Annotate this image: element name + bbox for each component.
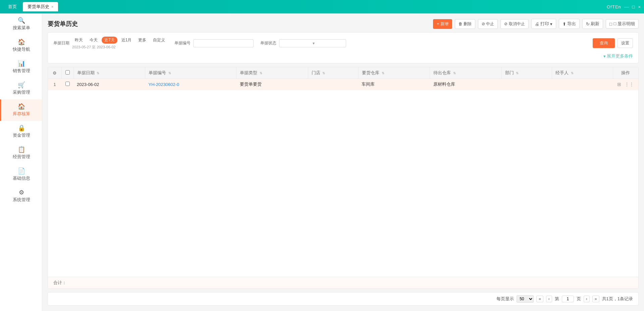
th-req-warehouse[interactable]: 要货仓库 ⇅ (358, 67, 430, 79)
expand-label: 展开更多条件 (607, 53, 633, 59)
top-bar-right: OfTEn — □ × (607, 4, 641, 9)
doc-num-input[interactable] (193, 39, 254, 47)
refresh-button[interactable]: ↻ 刷新 (582, 19, 603, 29)
tab-close-icon[interactable]: × (51, 5, 53, 9)
export-icon: ⬆ (562, 21, 566, 27)
status-select[interactable]: ▾ (279, 39, 346, 47)
sort-store-icon: ⇅ (322, 71, 325, 75)
new-button[interactable]: + 新增 (433, 19, 452, 29)
th-settings[interactable]: ⚙ (48, 67, 61, 79)
delete-button[interactable]: 🗑 删除 (455, 19, 475, 29)
sidebar-item-operations-label: 经营管理 (13, 154, 30, 160)
show-detail-checkbox: □ (609, 21, 612, 27)
stop-button[interactable]: ⊘ 中止 (478, 19, 498, 29)
sort-date-icon: ⇅ (97, 71, 99, 75)
print-button[interactable]: 🖨 打印 ▾ (531, 19, 556, 29)
sidebar-item-purchase[interactable]: 🛒 采购管理 (0, 78, 42, 99)
th-pending-warehouse[interactable]: 待出仓库 ⇅ (430, 67, 501, 79)
content-area: 要货单历史 + 新增 🗑 删除 ⊘ 中止 ⊘ 取消中止 🖨 打印 ▾ ⬆ 导出 … (42, 13, 644, 311)
status-filter-group: 单据状态 ▾ (260, 39, 346, 47)
search-icon: 🔍 (18, 17, 25, 24)
sidebar-item-finance-label: 资金管理 (13, 132, 30, 138)
th-store-label: 门店 (312, 70, 320, 75)
first-page-button[interactable]: « (536, 296, 543, 302)
th-date[interactable]: 单据日期 ⇅ (73, 67, 145, 79)
page-suffix: 页 (577, 296, 581, 302)
date-filter-label: 单据日期 (53, 40, 69, 46)
date-filter-group: 单据日期 昨天 今天 近7天 近1月 更多 自定义 2023-05-27 至 2… (53, 37, 168, 50)
next-page-button[interactable]: › (584, 296, 590, 302)
doc-num-filter-group: 单据编号 (174, 39, 254, 47)
top-bar: 首页 要货单历史 × OfTEn — □ × (0, 0, 644, 13)
prev-page-button[interactable]: ‹ (546, 296, 552, 302)
date-pill-more[interactable]: 更多 (136, 37, 149, 44)
td-type: 要货单要货 (236, 79, 308, 90)
expand-icon: ▾ (603, 54, 606, 59)
date-pill-today[interactable]: 今天 (87, 37, 100, 44)
page-label: 第 (555, 296, 559, 302)
sidebar-item-sales[interactable]: 📊 销售管理 (0, 56, 42, 78)
doc-num-label: 单据编号 (174, 40, 191, 46)
settings-icon: ⚙ (53, 71, 57, 76)
row-edit-icon[interactable]: ⊞ (617, 82, 621, 87)
window-minimize[interactable]: — (625, 4, 629, 9)
date-pills: 昨天 今天 近7天 近1月 更多 自定义 (72, 37, 168, 44)
sidebar: 🔍 搜索菜单 🏠 快捷导航 📊 销售管理 🛒 采购管理 🏠 库存核算 🔒 资金管… (0, 13, 42, 311)
settings-button[interactable]: 设置 (618, 38, 633, 48)
td-idx: 1 (48, 79, 61, 90)
status-label: 单据状态 (260, 40, 276, 46)
sidebar-item-operations[interactable]: 📋 经营管理 (0, 142, 42, 164)
date-pill-yesterday[interactable]: 昨天 (72, 37, 86, 44)
query-button[interactable]: 查询 (593, 38, 615, 48)
sidebar-item-basic-label: 基础信息 (13, 175, 30, 181)
sort-pending-warehouse-icon: ⇅ (453, 71, 456, 75)
last-page-button[interactable]: » (592, 296, 599, 302)
sales-icon: 📊 (18, 60, 25, 66)
row-checkbox[interactable] (65, 82, 70, 86)
per-page-label: 每页显示 (496, 296, 514, 302)
sort-handler-icon: ⇅ (571, 71, 574, 75)
sidebar-item-purchase-label: 采购管理 (13, 89, 30, 95)
cancel-stop-button[interactable]: ⊘ 取消中止 (500, 19, 528, 29)
sidebar-item-search[interactable]: 🔍 搜索菜单 (0, 13, 42, 35)
select-all-checkbox[interactable] (65, 70, 70, 75)
td-check[interactable] (61, 79, 73, 90)
th-store[interactable]: 门店 ⇅ (308, 67, 358, 79)
th-dept[interactable]: 部门 ⇅ (501, 67, 552, 79)
tab-active-label: 要货单历史 (28, 4, 49, 10)
th-num[interactable]: 单据编号 ⇅ (145, 67, 236, 79)
td-handler (552, 79, 613, 90)
row-more-icon[interactable]: ⋮⋮ (625, 82, 634, 87)
date-pill-1month[interactable]: 近1月 (119, 37, 135, 44)
purchase-icon: 🛒 (18, 82, 25, 88)
sidebar-item-inventory[interactable]: 🏠 库存核算 (0, 99, 42, 121)
th-dept-label: 部门 (505, 70, 514, 75)
td-ops: ⊞ ⋮⋮ (613, 79, 638, 90)
date-range-text: 2023-05-27 至 2023-06-02 (72, 45, 168, 50)
sidebar-item-system-label: 系统管理 (13, 197, 30, 203)
th-ops-label: 操作 (621, 70, 630, 75)
sidebar-item-search-label: 搜索菜单 (13, 25, 30, 31)
sidebar-item-finance[interactable]: 🔒 资金管理 (0, 121, 42, 142)
tab-home[interactable]: 首页 (3, 2, 21, 11)
th-handler[interactable]: 经手人 ⇅ (552, 67, 613, 79)
th-type[interactable]: 单据类型 ⇅ (236, 67, 308, 79)
date-pill-7days[interactable]: 近7天 (102, 37, 117, 44)
th-check[interactable] (61, 67, 73, 79)
sidebar-item-basic[interactable]: 📄 基础信息 (0, 164, 42, 185)
show-detail-button[interactable]: □ □ 显示明细 (606, 19, 639, 29)
date-pill-custom[interactable]: 自定义 (150, 37, 168, 44)
sidebar-item-quick[interactable]: 🏠 快捷导航 (0, 35, 42, 56)
export-button[interactable]: ⬆ 导出 (559, 19, 580, 29)
total-info: 共1页，1条记录 (602, 296, 633, 302)
td-req-warehouse: 车间库 (358, 79, 430, 90)
expand-conditions-button[interactable]: ▾ 展开更多条件 (603, 53, 633, 59)
tab-active[interactable]: 要货单历史 × (23, 2, 58, 11)
window-maximize[interactable]: □ (632, 4, 635, 9)
page-num-input[interactable] (562, 296, 574, 302)
sidebar-item-system[interactable]: ⚙ 系统管理 (0, 185, 42, 207)
td-num-link[interactable]: YH-20230602-0 (145, 79, 236, 90)
th-ops: 操作 (613, 67, 638, 79)
window-close[interactable]: × (638, 4, 641, 9)
per-page-select[interactable]: 50 10 20 100 (517, 295, 534, 303)
